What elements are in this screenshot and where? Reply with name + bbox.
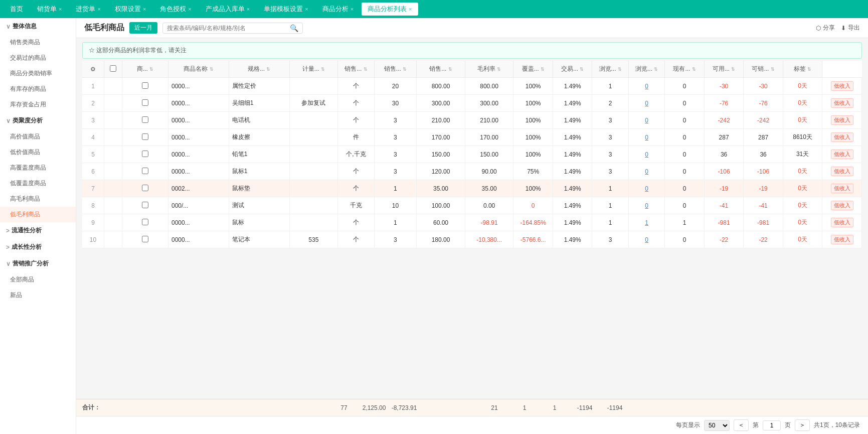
sidebar-item-stock-capital[interactable]: 库存资金占用: [0, 97, 76, 112]
row-view1-1[interactable]: 0: [628, 95, 664, 112]
sidebar-item-low-margin[interactable]: 低毛利商品: [0, 207, 76, 222]
close-icon[interactable]: ×: [188, 6, 191, 12]
row-view1-6[interactable]: 0: [628, 180, 664, 197]
row-check-1[interactable]: [142, 99, 148, 106]
row-saleable-0: 0天: [783, 78, 822, 95]
per-page-select[interactable]: 50 20 100: [704, 420, 730, 431]
row-view1-0[interactable]: 0: [628, 78, 664, 95]
row-checkbox-3[interactable]: [122, 129, 168, 146]
col-avail-stock-header[interactable]: 可用... ⇅: [704, 61, 744, 78]
filter-recent-month-button[interactable]: 近一月: [129, 22, 157, 34]
table-wrapper[interactable]: ⚙ 商... ⇅ 商品名称 ⇅ 规格... ⇅ 计量... ⇅ 销售... ⇅ …: [76, 61, 868, 399]
col-current-stock-header[interactable]: 现有... ⇅: [665, 61, 705, 78]
row-checkbox-8[interactable]: [122, 214, 168, 231]
sidebar-item-high-coverage[interactable]: 高覆盖度商品: [0, 160, 76, 176]
share-button[interactable]: ⬡ 分享: [816, 24, 835, 32]
row-checkbox-9[interactable]: [122, 231, 168, 248]
close-icon[interactable]: ×: [305, 6, 308, 12]
sidebar-item-new-goods[interactable]: 新品: [0, 287, 76, 303]
row-check-7[interactable]: [142, 202, 148, 208]
row-code-2: 0000...: [168, 112, 229, 129]
row-checkbox-0[interactable]: [122, 78, 168, 95]
col-unit-header[interactable]: 计量... ⇅: [289, 61, 338, 78]
col-sale-amount-header[interactable]: 销售... ⇅: [417, 61, 465, 78]
row-checkbox-5[interactable]: [122, 163, 168, 180]
close-icon[interactable]: ×: [247, 6, 250, 12]
sidebar-item-stock-goods[interactable]: 有库存的商品: [0, 81, 76, 97]
row-sale-price-2: 210.00: [417, 112, 465, 129]
nav-permission-settings[interactable]: 权限设置×: [109, 3, 152, 16]
row-checkbox-7[interactable]: [122, 197, 168, 214]
nav-product-analysis-list[interactable]: 商品分析列表×: [362, 3, 418, 16]
row-checkbox-2[interactable]: [122, 112, 168, 129]
sidebar-item-category-rate[interactable]: 商品分类助销率: [0, 66, 76, 81]
sidebar-item-high-value[interactable]: 高价值商品: [0, 129, 76, 144]
sidebar-group-marketing[interactable]: ∨营销推广分析: [0, 255, 76, 272]
col-sale-qty-header[interactable]: 销售... ⇅: [338, 61, 374, 78]
row-tag-7: 低收入: [822, 197, 862, 214]
row-check-2[interactable]: [142, 116, 148, 123]
row-checkbox-4[interactable]: [122, 146, 168, 163]
select-all-checkbox[interactable]: [110, 65, 116, 72]
page-number-input[interactable]: [763, 420, 781, 430]
sidebar-group-overall[interactable]: ∨整体信息: [0, 18, 76, 35]
row-check-9[interactable]: [142, 236, 148, 242]
sidebar-item-high-margin[interactable]: 高毛利商品: [0, 191, 76, 207]
row-view1-5[interactable]: 0: [628, 163, 664, 180]
nav-home[interactable]: 首页: [4, 3, 29, 16]
close-icon[interactable]: ×: [59, 6, 62, 12]
close-icon[interactable]: ×: [143, 6, 146, 12]
row-check-0[interactable]: [142, 82, 148, 89]
prev-page-button[interactable]: ＜: [734, 419, 749, 431]
col-code-header[interactable]: 商... ⇅: [122, 61, 168, 78]
col-view1-header[interactable]: 浏览... ⇅: [592, 61, 628, 78]
sidebar-item-all-goods[interactable]: 全部商品: [0, 272, 76, 287]
sidebar-item-traded-goods[interactable]: 交易过的商品: [0, 50, 76, 66]
col-sale-price-header[interactable]: 销售... ⇅: [374, 61, 417, 78]
nav-template-settings[interactable]: 单据模板设置×: [258, 3, 314, 16]
export-button[interactable]: ⬇ 导出: [841, 24, 860, 32]
sidebar-item-low-value[interactable]: 低价值商品: [0, 144, 76, 160]
nav-role-auth[interactable]: 角色授权×: [154, 3, 197, 16]
col-name-header[interactable]: 商品名称 ⇅: [168, 61, 229, 78]
col-coverage-header[interactable]: 覆盖... ⇅: [513, 61, 553, 78]
nav-product-inbound[interactable]: 产成品入库单×: [200, 3, 256, 16]
col-gross-margin-header[interactable]: 毛利率 ⇅: [465, 61, 513, 78]
nav-purchase-order[interactable]: 进货单×: [70, 3, 106, 16]
next-page-button[interactable]: ＞: [795, 419, 810, 431]
close-icon[interactable]: ×: [97, 6, 100, 12]
row-check-3[interactable]: [142, 133, 148, 140]
nav-product-analysis[interactable]: 商品分析×: [316, 3, 360, 16]
row-view1-4[interactable]: 0: [628, 146, 664, 163]
search-input[interactable]: [167, 25, 290, 32]
row-check-4[interactable]: [142, 151, 148, 157]
sidebar-group-growth[interactable]: >成长性分析: [0, 239, 76, 255]
close-icon[interactable]: ×: [351, 6, 354, 12]
sidebar-group-liquidity[interactable]: >流通性分析: [0, 222, 76, 239]
col-spec-header[interactable]: 规格... ⇅: [229, 61, 289, 78]
close-icon[interactable]: ×: [409, 6, 412, 12]
row-trade-count-4: 3: [592, 146, 628, 163]
sidebar-item-sales-goods[interactable]: 销售类商品: [0, 35, 76, 50]
row-check-8[interactable]: [142, 219, 148, 225]
row-view1-9[interactable]: 0: [628, 231, 664, 248]
col-settings[interactable]: ⚙: [82, 61, 104, 78]
row-coverage-8: 1.49%: [553, 214, 592, 231]
row-checkbox-6[interactable]: [122, 180, 168, 197]
row-check-5[interactable]: [142, 168, 148, 174]
row-check-6[interactable]: [142, 185, 148, 191]
row-view1-8[interactable]: 1: [628, 214, 664, 231]
sidebar-item-low-coverage[interactable]: 低覆盖度商品: [0, 176, 76, 191]
row-view1-2[interactable]: 0: [628, 112, 664, 129]
row-spec-7: [289, 197, 338, 214]
sidebar-group-cluster[interactable]: ∨类聚度分析: [0, 112, 76, 129]
nav-sales-order[interactable]: 销货单×: [31, 3, 68, 16]
row-view1-3[interactable]: 0: [628, 129, 664, 146]
col-saleable-header[interactable]: 可销... ⇅: [744, 61, 783, 78]
col-trade-header[interactable]: 交易... ⇅: [553, 61, 592, 78]
row-view1-7[interactable]: 0: [628, 197, 664, 214]
col-tag-header[interactable]: 标签 ⇅: [783, 61, 822, 78]
col-view2-header[interactable]: 浏览... ⇅: [628, 61, 664, 78]
row-checkbox-1[interactable]: [122, 95, 168, 112]
row-sale-price-1: 300.00: [417, 95, 465, 112]
